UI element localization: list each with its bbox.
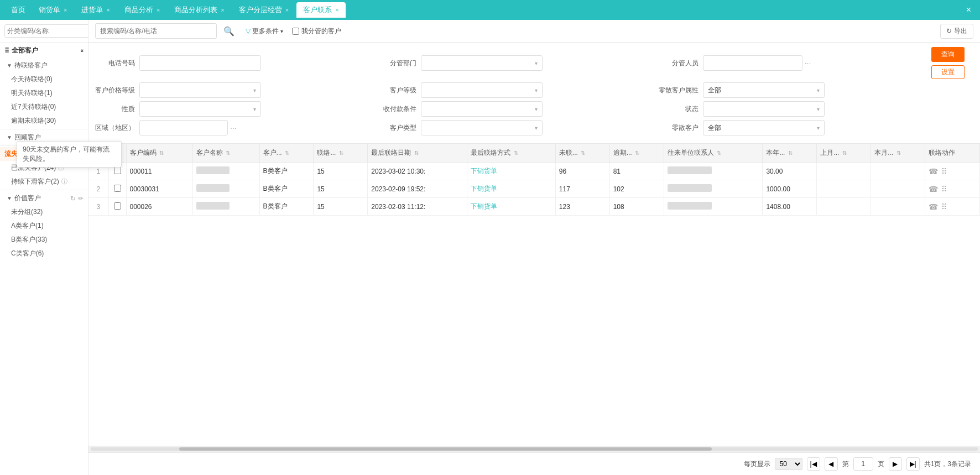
close-tab-product-analysis-list-icon[interactable]: × <box>221 7 224 13</box>
th-this-month[interactable]: 本月... ⇅ <box>871 144 925 163</box>
last-page-button[interactable]: ▶| <box>906 457 920 471</box>
filter-area-more-icon[interactable]: ··· <box>228 123 239 132</box>
filter-payment-select[interactable]: ▾ <box>421 101 543 117</box>
tab-product-analysis[interactable]: 商品分析 × <box>118 2 166 18</box>
th-last-date[interactable]: 最后联络日期 ⇅ <box>368 144 467 163</box>
sidebar-group-pending-contact[interactable]: ▼ 待联络客户 <box>0 59 88 72</box>
th-overdue[interactable]: 逾期... ⇅ <box>609 144 664 163</box>
th-last-method[interactable]: 最后联络方式 ⇅ <box>467 144 555 163</box>
sidebar-item-ungrouped[interactable]: 未分组(32) <box>0 205 88 219</box>
filter-phone-input[interactable] <box>139 55 261 71</box>
more-action-icon-2[interactable]: ⠿ <box>941 185 947 194</box>
th-uncontacted[interactable]: 未联... ⇅ <box>555 144 609 163</box>
page-number-input[interactable] <box>853 457 873 471</box>
filter-search-input[interactable] <box>95 23 217 39</box>
filter-search-button[interactable]: 🔍 <box>221 23 237 39</box>
filter-retail-attr-select[interactable]: 全部 ▾ <box>703 82 825 98</box>
blurred-name-2 <box>196 184 230 192</box>
filter-price-grade-select[interactable]: ▾ <box>139 82 261 98</box>
chevron-gender-icon: ▾ <box>253 106 256 112</box>
filter-retail-customer-select[interactable]: 全部 ▾ <box>703 120 825 135</box>
page-label: 第 <box>842 460 849 469</box>
home-tab[interactable]: 首页 <box>4 5 32 15</box>
tab-customer-tier[interactable]: 客户分层经营 × <box>232 2 295 18</box>
row-checkbox-3[interactable] <box>108 198 126 216</box>
sidebar-divider-3 <box>0 190 88 190</box>
th-customer-code[interactable]: 客户编码 ⇅ <box>126 144 193 163</box>
tab-product-analysis-list[interactable]: 商品分析列表 × <box>168 2 231 18</box>
row-last-method-1[interactable]: 下销货单 <box>467 163 555 180</box>
th-customer-type[interactable]: 客户... ⇅ <box>259 144 314 163</box>
sidebar-item-today-contact[interactable]: 今天待联络(0) <box>0 72 88 86</box>
sidebar-item-tomorrow-contact[interactable]: 明天待联络(1) <box>0 86 88 100</box>
sidebar-group-value-customers[interactable]: ▼ 价值客户 ↻ ✏ <box>0 191 88 205</box>
filter-person-more-icon[interactable]: ··· <box>802 59 814 67</box>
filter-more-conditions-button[interactable]: ▽ 更多条件 ▾ <box>241 24 288 38</box>
sidebar-item-class-b[interactable]: B类客户(33) <box>0 233 88 247</box>
all-customers-section[interactable]: ⠿ 全部客户 « <box>0 43 88 59</box>
sidebar-item-class-a[interactable]: A类客户(1) <box>0 219 88 233</box>
tab-customer-contact[interactable]: 客户联系 × <box>296 2 345 18</box>
th-contact-count[interactable]: 联络... ⇅ <box>314 144 368 163</box>
more-action-icon-1[interactable]: ⠿ <box>941 167 947 176</box>
filter-gender-select[interactable]: ▾ <box>139 101 261 117</box>
close-tab-product-analysis-icon[interactable]: × <box>157 7 160 13</box>
first-page-button[interactable]: |◀ <box>807 457 820 471</box>
refresh-icon[interactable]: ↻ <box>70 195 76 202</box>
chevron-type-icon: ▾ <box>535 125 538 131</box>
row-2-checkbox[interactable] <box>114 185 121 192</box>
row-3-checkbox[interactable] <box>114 202 121 210</box>
edit-icon[interactable]: ✏ <box>78 195 84 202</box>
th-contact-person[interactable]: 往来单位联系人 ⇅ <box>664 144 763 163</box>
sidebar-item-overdue-contact[interactable]: 逾期未联络(30) <box>0 114 88 128</box>
filter-customer-type-select[interactable]: ▾ <box>421 120 543 135</box>
contact-action-icon-2[interactable]: ☎ <box>929 185 938 194</box>
row-last-method-2[interactable]: 下销货单 <box>467 180 555 198</box>
my-customers-checkbox[interactable] <box>292 28 299 35</box>
th-customer-name[interactable]: 客户名称 ⇅ <box>193 144 260 163</box>
more-action-icon-3[interactable]: ⠿ <box>941 202 947 211</box>
th-this-year[interactable]: 本年... ⇅ <box>763 144 817 163</box>
tab-purchase-order[interactable]: 进货单 × <box>75 2 116 18</box>
sidebar-item-7day-contact[interactable]: 近7天待联络(0) <box>0 100 88 114</box>
page-size-select[interactable]: 50 100 200 <box>775 458 802 470</box>
close-tab-customer-contact-icon[interactable]: × <box>335 7 338 13</box>
tab-sales-order[interactable]: 销货单 × <box>32 2 74 18</box>
close-tab-purchase-icon[interactable]: × <box>106 7 110 13</box>
page-size-label: 每页显示 <box>744 460 770 469</box>
next-page-button[interactable]: ▶ <box>889 457 902 471</box>
chevron-payment-icon: ▾ <box>535 106 538 112</box>
filter-area-input[interactable] <box>139 120 228 135</box>
sidebar-item-declining[interactable]: 持续下滑客户(2) ⓘ <box>0 175 88 189</box>
info-icon-declining[interactable]: ⓘ <box>61 178 67 186</box>
row-checkbox-2[interactable] <box>108 180 126 198</box>
row-contact-person-3 <box>664 198 763 216</box>
prev-page-button[interactable]: ◀ <box>825 457 838 471</box>
pagination-bar: 每页显示 50 100 200 |◀ ◀ 第 页 ▶ ▶| 共1页，3条记录 <box>88 452 980 475</box>
filter-customer-grade-select[interactable]: ▾ <box>421 82 543 98</box>
my-customers-filter[interactable]: 我分管的客户 <box>292 27 341 36</box>
close-tab-customer-tier-icon[interactable]: × <box>285 7 289 13</box>
close-window-button[interactable]: × <box>962 5 976 15</box>
contact-action-icon-1[interactable]: ☎ <box>929 167 938 176</box>
filter-status-select[interactable]: ▾ <box>703 101 825 117</box>
export-button[interactable]: ↻ 导出 <box>940 24 973 39</box>
filter-dept-select[interactable]: ▾ <box>421 55 543 71</box>
query-button[interactable]: 查询 <box>931 47 965 62</box>
filter-row-2: 客户价格等级 ▾ 客户等级 ▾ 零散客户属性 全部 <box>95 82 973 98</box>
settings-button[interactable]: 设置 <box>931 65 965 79</box>
filter-person-field: 分管人员 ··· <box>659 55 929 71</box>
row-last-method-3[interactable]: 下销货单 <box>467 198 555 216</box>
filter-retail-attr-field: 零散客户属性 全部 ▾ <box>659 82 929 98</box>
filter-person-input[interactable] <box>703 55 802 71</box>
sidebar-search-input[interactable] <box>4 24 88 38</box>
contact-action-icon-3[interactable]: ☎ <box>929 202 938 211</box>
blurred-contact-1 <box>668 166 712 174</box>
sidebar-item-class-c[interactable]: C类客户(6) <box>0 247 88 260</box>
row-1-checkbox[interactable] <box>114 167 121 174</box>
close-tab-sales-order-icon[interactable]: × <box>64 7 67 13</box>
horizontal-scrollbar[interactable] <box>88 446 980 452</box>
th-last-month[interactable]: 上月... ⇅ <box>817 144 871 163</box>
chevron-down-icon: ▾ <box>280 28 283 34</box>
sort-name-icon: ⇅ <box>226 150 230 156</box>
